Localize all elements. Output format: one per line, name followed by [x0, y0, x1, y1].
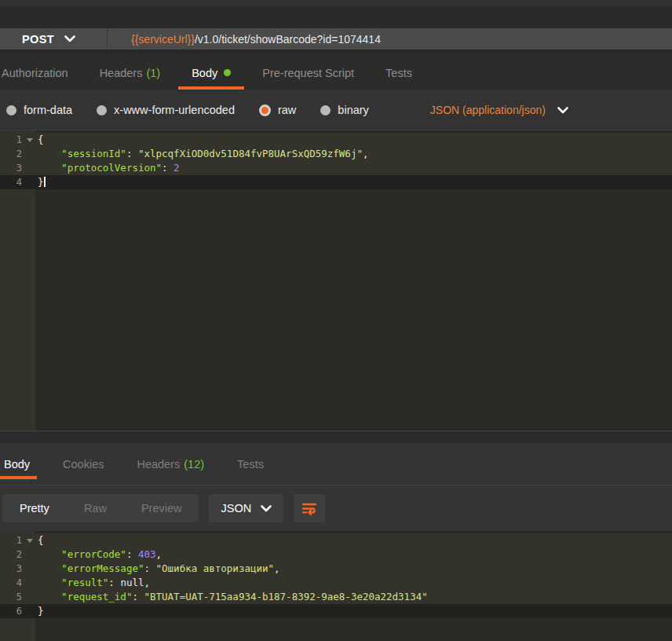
chevron-down-icon	[261, 505, 272, 512]
tab-cookies[interactable]: Cookies	[63, 443, 104, 485]
request-tabs: AuthorizationHeaders(1)BodyPre-request S…	[0, 55, 672, 90]
radio-label: form-data	[24, 104, 72, 116]
code-line[interactable]: 2 "errorCode": 403,	[0, 548, 672, 562]
tab-label: Headers	[100, 67, 143, 79]
view-mode-label: Raw	[84, 502, 107, 515]
tab-label: Body	[192, 67, 217, 79]
code-line[interactable]: 5 "request_id": "BTUAT=UAT-715aa934-b187…	[0, 590, 672, 604]
radio-raw[interactable]: raw	[259, 104, 296, 116]
tab-label: Headers	[137, 458, 180, 471]
tab-label: Body	[4, 458, 30, 471]
tab-headers[interactable]: Headers(1)	[100, 55, 161, 90]
view-mode-switch: PrettyRawPreview	[2, 494, 199, 522]
radio-icon	[6, 105, 16, 115]
radio-x-www-form-urlencoded[interactable]: x-www-form-urlencoded	[97, 104, 235, 116]
view-mode-label: Preview	[141, 502, 182, 515]
green-dot-icon	[224, 69, 231, 76]
response-body-editor[interactable]: 1{2 "errorCode": 403,3 "errorMessage": "…	[0, 531, 672, 641]
view-mode-preview[interactable]: Preview	[124, 494, 199, 522]
code-line[interactable]: 1{	[0, 533, 672, 548]
url-variable: {{serviceUrl}}	[131, 33, 195, 46]
response-tabs: BodyCookiesHeaders(12)Tests	[0, 443, 672, 485]
code-line[interactable]: 1{	[0, 133, 672, 147]
code-line[interactable]: 4 "result": null,	[0, 576, 672, 590]
fold-triangle-down-icon[interactable]	[27, 138, 33, 142]
format-label: JSON	[221, 502, 251, 515]
request-url-bar: POST {{serviceUrl}}/v1.0/ticket/showBarc…	[0, 28, 672, 49]
tab-authorization[interactable]: Authorization	[2, 55, 68, 90]
gutter-cell: 2	[0, 147, 35, 161]
code-text: "protocolVersion": 2	[35, 161, 180, 175]
line-number: 2	[16, 548, 22, 562]
radio-icon	[320, 105, 331, 115]
code-line[interactable]: 4}	[0, 175, 672, 189]
line-number: 5	[16, 590, 22, 604]
body-type-radio-group: form-datax-www-form-urlencodedrawbinary	[6, 104, 393, 116]
radio-icon	[97, 105, 107, 115]
view-mode-pretty[interactable]: Pretty	[2, 494, 67, 522]
tab-headers[interactable]: Headers(12)	[137, 443, 204, 485]
gutter-cell: 4	[0, 175, 35, 189]
tab-count-badge: (1)	[146, 67, 160, 79]
radio-label: binary	[338, 104, 369, 116]
tab-label: Authorization	[2, 67, 68, 79]
gutter-cell: 3	[0, 562, 35, 576]
gutter-cell: 4	[0, 576, 35, 590]
code-text: }	[35, 175, 46, 189]
code-text: "errorCode": 403,	[35, 548, 162, 562]
spacer	[0, 49, 672, 55]
code-text: {	[35, 533, 44, 548]
content-type-selector[interactable]: JSON (application/json)	[430, 104, 568, 116]
request-body-editor[interactable]: 1{2 "sessionId": "xlpcqfXiOD0dv51D84fvP8…	[0, 130, 672, 430]
window-chrome-strip	[0, 0, 672, 6]
view-mode-label: Pretty	[20, 502, 49, 515]
gutter-cell: 1	[0, 133, 35, 147]
tab-tests[interactable]: Tests	[385, 55, 412, 90]
chevron-down-icon	[64, 35, 75, 42]
view-mode-raw[interactable]: Raw	[67, 494, 124, 522]
gutter-cell: 2	[0, 548, 35, 562]
tab-pre-request-script[interactable]: Pre-request Script	[262, 55, 354, 90]
wrap-lines-button[interactable]	[294, 494, 325, 522]
text-cursor	[44, 177, 46, 187]
radio-binary[interactable]: binary	[320, 104, 369, 116]
tab-label: Tests	[237, 458, 264, 471]
radio-selected-icon	[259, 104, 271, 116]
tab-label: Cookies	[63, 458, 104, 471]
tab-label: Tests	[385, 67, 412, 79]
tab-body[interactable]: Body	[192, 55, 231, 90]
code-line[interactable]: 2 "sessionId": "xlpcqfXiOD0dv51D84fvP8UA…	[0, 147, 672, 161]
tab-body[interactable]: Body	[4, 443, 30, 485]
line-number: 2	[16, 147, 22, 161]
line-number: 1	[16, 133, 22, 147]
gutter-cell: 1	[0, 533, 35, 548]
tab-count-badge: (12)	[184, 458, 204, 471]
gutter-cell: 6	[0, 604, 35, 618]
line-number: 4	[16, 576, 22, 590]
method-selector[interactable]: POST	[0, 28, 108, 49]
body-type-row: form-datax-www-form-urlencodedrawbinary …	[0, 90, 672, 130]
radio-form-data[interactable]: form-data	[6, 104, 72, 116]
line-number: 6	[16, 604, 22, 618]
url-path: /v1.0/ticket/showBarcode?id=1074414	[195, 33, 381, 46]
format-selector[interactable]: JSON	[209, 494, 283, 522]
code-line[interactable]: 3 "protocolVersion": 2	[0, 161, 672, 175]
gutter-cell: 5	[0, 590, 35, 604]
code-text: "sessionId": "xlpcqfXiOD0dv51D84fvP8UArS…	[35, 147, 368, 161]
method-label: POST	[22, 33, 54, 46]
code-text: "result": null,	[35, 576, 150, 590]
line-number: 1	[16, 533, 22, 548]
panel-divider[interactable]	[0, 430, 672, 443]
radio-label: x-www-form-urlencoded	[114, 104, 235, 116]
line-number: 3	[16, 161, 22, 175]
tab-tests[interactable]: Tests	[237, 443, 264, 485]
fold-triangle-down-icon[interactable]	[27, 539, 33, 543]
code-line[interactable]: 6}	[0, 604, 672, 618]
code-line[interactable]: 3 "errorMessage": "Ошибка авторизации",	[0, 562, 672, 576]
radio-label: raw	[278, 104, 296, 116]
content-type-label: JSON (application/json)	[430, 104, 546, 116]
chevron-down-icon	[557, 107, 568, 114]
tab-label: Pre-request Script	[262, 67, 354, 79]
line-number: 4	[16, 175, 22, 189]
url-input[interactable]: {{serviceUrl}}/v1.0/ticket/showBarcode?i…	[108, 28, 672, 49]
